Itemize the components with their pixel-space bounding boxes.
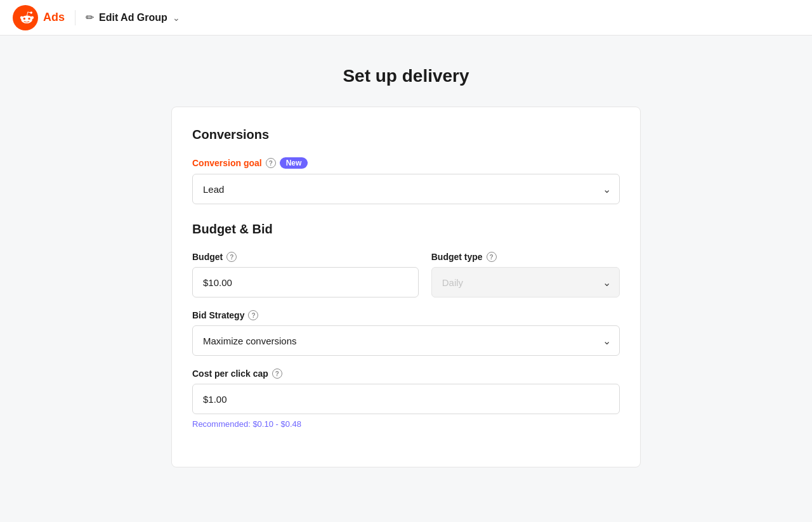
cost-hint: Recommended: $0.10 - $0.48	[192, 419, 620, 429]
budget-bid-section: Budget & Bid Budget ? Budget type ?	[192, 222, 620, 429]
bid-strategy-select[interactable]: Maximize conversions Target CPA Manual C…	[192, 325, 620, 356]
budget-row: Budget ? Budget type ? Daily Lifetime	[192, 252, 620, 297]
bid-strategy-select-wrapper: Maximize conversions Target CPA Manual C…	[192, 325, 620, 356]
ads-label: Ads	[43, 11, 65, 24]
header-divider	[75, 10, 75, 25]
budget-type-label: Budget type ?	[431, 252, 620, 262]
budget-type-help-icon[interactable]: ?	[487, 252, 497, 262]
breadcrumb-chevron-icon: ⌄	[173, 13, 180, 23]
bid-strategy-field: Bid Strategy ? Maximize conversions Targ…	[192, 310, 620, 356]
budget-type-select[interactable]: Daily Lifetime	[431, 267, 620, 297]
conversion-goal-select[interactable]: Lead Purchase Sign Up Page View	[192, 174, 620, 204]
cost-per-click-label: Cost per click cap ?	[192, 369, 620, 379]
delivery-card: Conversions Conversion goal ? New Lead P…	[171, 107, 641, 467]
logo-container: Ads	[13, 5, 65, 30]
bid-strategy-help-icon[interactable]: ?	[248, 310, 258, 320]
cost-per-click-field: Cost per click cap ? Recommended: $0.10 …	[192, 369, 620, 429]
cost-per-click-input[interactable]	[192, 384, 620, 414]
bid-strategy-label: Bid Strategy ?	[192, 310, 620, 320]
conversion-goal-field: Conversion goal ? New Lead Purchase Sign…	[192, 157, 620, 204]
breadcrumb-title: Edit Ad Group	[99, 12, 167, 23]
conversion-goal-select-wrapper: Lead Purchase Sign Up Page View ⌄	[192, 174, 620, 204]
conversion-goal-help-icon[interactable]: ?	[266, 158, 276, 168]
new-badge: New	[280, 157, 308, 169]
budget-help-icon[interactable]: ?	[226, 252, 237, 262]
cost-per-click-help-icon[interactable]: ?	[272, 369, 282, 379]
page-title: Set up delivery	[343, 66, 469, 86]
conversions-title: Conversions	[192, 127, 620, 142]
budget-label: Budget ?	[192, 252, 419, 262]
header: Ads ✏ Edit Ad Group ⌄	[0, 0, 812, 36]
main-content: Set up delivery Conversions Conversion g…	[0, 36, 812, 498]
budget-bid-title: Budget & Bid	[192, 222, 620, 237]
conversion-goal-label: Conversion goal ? New	[192, 157, 620, 169]
pencil-icon: ✏	[86, 11, 94, 23]
conversions-section: Conversions Conversion goal ? New Lead P…	[192, 127, 620, 204]
budget-type-select-wrapper: Daily Lifetime ⌄	[431, 267, 620, 297]
edit-breadcrumb[interactable]: ✏ Edit Ad Group ⌄	[86, 11, 180, 23]
reddit-logo-icon	[13, 5, 38, 30]
budget-type-field: Budget type ? Daily Lifetime ⌄	[431, 252, 620, 297]
budget-input[interactable]	[192, 267, 419, 297]
budget-field: Budget ?	[192, 252, 419, 297]
